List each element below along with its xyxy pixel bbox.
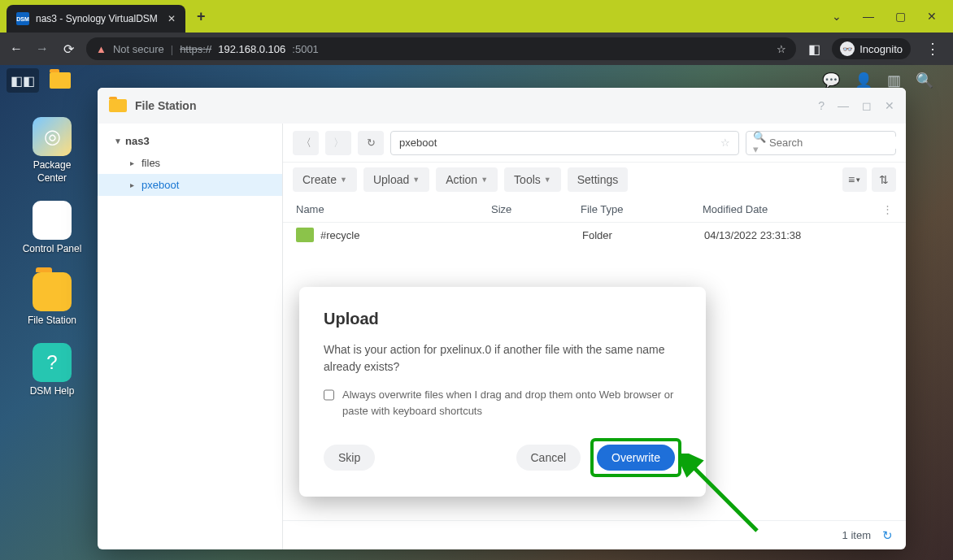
url-host: 192.168.0.106 [218,43,285,55]
tree-node-pxeboot[interactable]: ▸pxeboot [98,174,282,196]
search-icon: 🔍▾ [753,131,766,155]
always-overwrite-checkbox[interactable]: Always overwrite files when I drag and d… [324,387,681,419]
create-button[interactable]: Create▼ [293,167,357,192]
dialog-message: What is your action for pxelinux.0 if an… [324,341,681,376]
incognito-badge[interactable]: 👓 Incognito [832,38,911,59]
search-input[interactable] [769,137,906,149]
close-tab-icon[interactable]: ✕ [168,13,176,24]
column-headers: Name Size File Type Modified Date ⋮ [283,197,906,223]
minimize-icon[interactable]: — [863,10,874,23]
desktop-shortcuts: ◎ Package Center ⎚ Control Panel File St… [20,117,85,398]
status-bar: 1 item ↻ [283,520,906,549]
nav-back-button[interactable]: 〈 [293,131,319,155]
forward-button[interactable]: → [34,41,50,56]
folder-tree: ▼nas3 ▸files ▸pxeboot [98,124,283,549]
incognito-icon: 👓 [840,41,855,56]
control-panel-icon: ⎚ [33,201,72,240]
col-name[interactable]: Name [296,203,491,215]
shortcut-label: Package Center [20,159,85,184]
nav-forward-button[interactable]: 〉 [325,131,351,155]
browser-titlebar: DSM nas3 - Synology VirtualDSM ✕ + ⌄ — ▢… [0,0,953,33]
tab-title: nas3 - Synology VirtualDSM [36,13,158,24]
item-count: 1 item [842,529,871,541]
window-title: File Station [135,99,196,112]
action-button[interactable]: Action▼ [436,167,498,192]
widgets-icon[interactable]: ▥ [887,72,901,89]
table-row[interactable]: #recycle Folder 04/13/2022 23:31:38 [283,223,906,247]
sort-button[interactable]: ⇅ [872,167,896,192]
search-box[interactable]: 🔍▾ [746,131,896,155]
search-icon[interactable]: 🔍 [916,72,933,89]
tab-favicon: DSM [16,12,29,25]
tools-button[interactable]: Tools▼ [504,167,561,192]
refresh-icon[interactable]: ↻ [882,528,893,543]
not-secure-label: Not secure [113,43,164,55]
close-window-icon[interactable]: ✕ [885,99,894,112]
cancel-button[interactable]: Cancel [516,445,581,471]
browser-tab[interactable]: DSM nas3 - Synology VirtualDSM ✕ [7,5,185,33]
window-controls: ⌄ — ▢ ✕ [832,10,946,23]
shortcut-label: Control Panel [23,243,82,256]
shortcut-package-center[interactable]: ◎ Package Center [20,117,85,184]
overwrite-highlight: Overwrite [590,438,681,477]
user-icon[interactable]: 👤 [855,72,872,89]
tree-node-files[interactable]: ▸files [98,152,282,174]
dsm-desktop: ◧◧ 💬 👤 ▥ 🔍 ◎ Package Center ⎚ Control Pa… [0,65,953,560]
browser-address-bar: ← → ⟳ ▲ Not secure | https://192.168.0.1… [0,33,953,65]
help-icon[interactable]: ? [818,99,825,112]
reload-button[interactable]: ⟳ [60,41,76,57]
browser-menu-button[interactable]: ⋮ [920,40,945,58]
folder-icon [109,99,127,112]
col-size[interactable]: Size [491,203,581,215]
row-modified: 04/13/2022 23:31:38 [704,229,893,241]
col-type[interactable]: File Type [581,203,703,215]
col-modified[interactable]: Modified Date [703,203,882,215]
path-toolbar: 〈 〉 ↻ pxeboot ☆ 🔍▾ [283,124,906,163]
shortcut-label: File Station [28,315,76,328]
window-titlebar[interactable]: File Station ? — ◻ ✕ [98,88,906,124]
bookmark-star-icon[interactable]: ☆ [777,43,786,55]
close-window-icon[interactable]: ✕ [927,10,937,23]
upload-button[interactable]: Upload▼ [363,167,429,192]
column-more-icon[interactable]: ⋮ [882,203,893,215]
shortcut-dsm-help[interactable]: ? DSM Help [20,343,85,398]
taskbar-filestation[interactable] [44,68,76,93]
row-type: Folder [582,229,704,241]
action-toolbar: Create▼ Upload▼ Action▼ Tools▼ Settings … [283,163,906,197]
minimize-window-icon[interactable]: — [838,99,849,112]
shortcut-file-station[interactable]: File Station [20,272,85,328]
chevron-down-icon[interactable]: ⌄ [832,10,842,23]
maximize-window-icon[interactable]: ◻ [862,99,872,112]
dialog-buttons: Skip Cancel Overwrite [324,438,681,477]
maximize-icon[interactable]: ▢ [895,10,906,23]
checkbox-label: Always overwrite files when I drag and d… [342,387,681,419]
view-mode-button[interactable]: ≡▼ [842,167,867,192]
new-tab-button[interactable]: + [197,8,206,25]
url-scheme: https:// [180,43,211,55]
chat-icon[interactable]: 💬 [822,72,840,89]
shortcut-control-panel[interactable]: ⎚ Control Panel [20,201,85,256]
checkbox-input[interactable] [324,389,334,402]
skip-button[interactable]: Skip [324,445,375,471]
settings-button[interactable]: Settings [568,167,629,192]
tree-node-root[interactable]: ▼nas3 [98,130,282,152]
incognito-label: Incognito [859,43,903,55]
extensions-icon[interactable]: ◧ [806,41,822,57]
folder-icon [50,72,71,89]
overwrite-button[interactable]: Overwrite [597,445,675,471]
shortcut-label: DSM Help [30,385,75,398]
dialog-title: Upload [324,310,681,328]
taskbar-tray: 💬 👤 ▥ 🔍 [822,72,946,89]
row-name: #recycle [320,229,493,241]
url-port: :5001 [292,43,319,55]
path-input[interactable]: pxeboot ☆ [390,131,739,155]
path-text: pxeboot [399,137,437,149]
nav-refresh-button[interactable]: ↻ [358,131,384,155]
back-button[interactable]: ← [8,41,24,56]
file-station-icon [33,272,72,311]
favorite-star-icon[interactable]: ☆ [720,137,730,149]
package-center-icon: ◎ [33,117,72,156]
omnibox[interactable]: ▲ Not secure | https://192.168.0.106:500… [86,37,796,60]
security-warning-icon: ▲ [96,43,107,55]
apps-menu-button[interactable]: ◧◧ [7,68,39,93]
